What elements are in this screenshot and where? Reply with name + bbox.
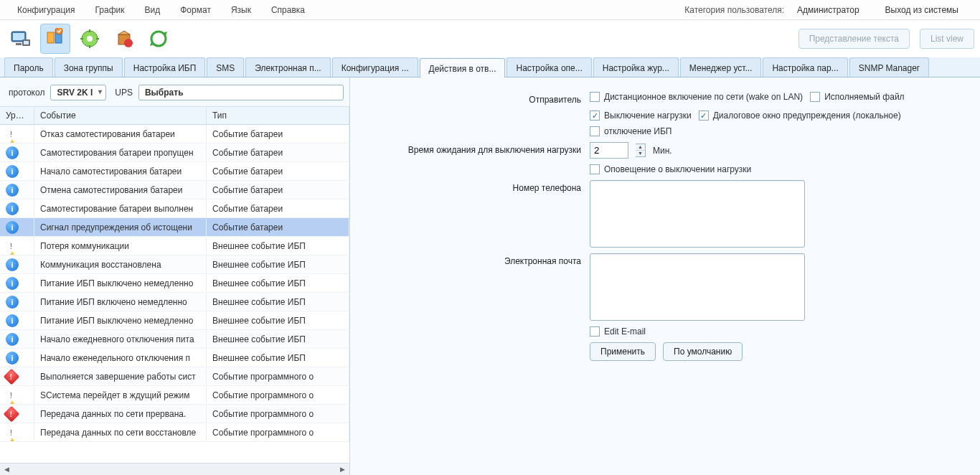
tab-0[interactable]: Пароль [4, 57, 53, 77]
info-icon: i [6, 296, 19, 309]
notify-off-checkbox[interactable]: Оповещение о выключении нагрузки [590, 164, 751, 174]
table-row[interactable]: iПитание ИБП выключено немедленноВнешнее… [0, 274, 349, 293]
menu-format[interactable]: Формат [170, 2, 221, 18]
menu-chart[interactable]: График [85, 2, 135, 18]
phone-textarea[interactable] [590, 180, 805, 248]
menu-help[interactable]: Справка [261, 2, 315, 18]
tab-11[interactable]: SNMP Manager [849, 57, 929, 77]
table-row[interactable]: iСамотестирование батареи выполненСобыти… [0, 199, 349, 218]
tab-4[interactable]: Электронная п... [245, 57, 330, 77]
scroll-right-icon[interactable]: ▶ [337, 466, 348, 473]
user-category-label: Категория пользователя: [684, 5, 784, 15]
warn-dialog-checkbox[interactable]: Диалоговое окно предупреждения (локально… [699, 110, 901, 121]
toolbar-box-icon[interactable] [109, 24, 139, 54]
type-cell: Событие батареи [207, 163, 349, 180]
col-header-type[interactable]: Тип [207, 107, 349, 124]
tab-8[interactable]: Настройка жур... [593, 57, 679, 77]
tab-5[interactable]: Конфигурация ... [332, 57, 418, 77]
toolbar-monitor-icon[interactable] [6, 24, 36, 54]
table-row[interactable]: iНачало еженедельного отключения пВнешне… [0, 349, 349, 367]
tab-9[interactable]: Менеджер уст... [680, 57, 762, 77]
info-icon: i [6, 202, 19, 215]
warning-icon [6, 241, 19, 255]
text-view-button[interactable]: Представление текста [798, 29, 910, 49]
info-icon: i [6, 352, 19, 365]
tab-2[interactable]: Настройка ИБП [124, 57, 206, 77]
table-row[interactable]: iПитание ИБП выключено немедленноВнешнее… [0, 311, 349, 330]
event-cell: Питание ИБП выключено немедленно [34, 275, 207, 292]
wait-input[interactable] [590, 142, 628, 159]
ups-off-checkbox[interactable]: отключение ИБП [590, 126, 672, 136]
toolbar-refresh-icon[interactable] [143, 24, 174, 54]
apply-button[interactable]: Применить [590, 342, 656, 361]
table-row[interactable]: Передача данных по сети восстановлеСобыт… [0, 423, 349, 442]
table-row[interactable]: iНачало ежедневного отключения питаВнешн… [0, 330, 349, 349]
email-textarea[interactable] [590, 253, 805, 321]
menu-view[interactable]: Вид [135, 2, 171, 18]
table-row[interactable]: Отказ самотестирования батареиСобытие ба… [0, 125, 349, 144]
menu-config[interactable]: Конфигурация [7, 2, 85, 18]
event-cell: Передача данных по сети восстановле [34, 424, 207, 441]
table-row[interactable]: !Выполняется завершение работы систСобыт… [0, 367, 349, 386]
type-cell: Событие батареи [207, 182, 349, 199]
error-icon: ! [4, 368, 20, 385]
logout-link[interactable]: Выход из системы [885, 5, 958, 15]
menu-language[interactable]: Язык [221, 2, 261, 18]
type-cell: Событие программного о [207, 405, 349, 423]
toolbar-gear-green-icon[interactable] [75, 24, 105, 54]
event-cell: Питание ИБП выключено немедленно [34, 312, 207, 329]
type-cell: Событие программного о [207, 368, 349, 385]
svg-marker-15 [118, 31, 130, 34]
info-icon: i [6, 314, 19, 327]
tab-7[interactable]: Настройка опе... [507, 57, 591, 77]
table-row[interactable]: iПитание ИБП включено немедленноВнешнее … [0, 293, 349, 311]
event-cell: Сигнал предупреждения об истощени [34, 219, 207, 236]
toolbar-settings-icon[interactable] [40, 24, 70, 54]
scroll-left-icon[interactable]: ◀ [1, 466, 12, 473]
type-cell: Событие программного о [207, 387, 349, 404]
default-button[interactable]: По умолчанию [663, 342, 743, 361]
exec-file-label: Исполняемый файл [824, 92, 905, 102]
toolbar: Представление текста List view [0, 20, 980, 57]
ups-label: UPS [115, 88, 133, 98]
table-row[interactable]: iСигнал предупреждения об истощениСобыти… [0, 218, 349, 237]
table-row[interactable]: Потеря коммуникацииВнешнее событие ИБП [0, 237, 349, 255]
wait-unit: Мин. [653, 146, 672, 156]
svg-rect-2 [16, 43, 22, 45]
table-row[interactable]: iКоммуникация восстановленаВнешнее событ… [0, 255, 349, 274]
sender-label: Отправитель [367, 92, 590, 105]
load-off-checkbox[interactable]: Выключение нагрузки [590, 110, 692, 121]
wake-on-lan-checkbox[interactable]: Дистанционное включение по сети (wake on… [590, 92, 803, 102]
event-cell: SСистема перейдет в ждущий режим [34, 387, 207, 404]
table-row[interactable]: !Передача данных по сети прервана.Событи… [0, 405, 349, 423]
col-header-level[interactable]: Урове [0, 107, 34, 124]
wait-stepper[interactable]: ▲▼ [636, 144, 646, 157]
tab-1[interactable]: Зона группы [55, 57, 123, 77]
event-cell: Передача данных по сети прервана. [34, 405, 207, 423]
type-cell: Событие батареи [207, 200, 349, 217]
table-row[interactable]: SСистема перейдет в ждущий режимСобытие … [0, 386, 349, 405]
horizontal-scrollbar[interactable]: ◀ ▶ [0, 463, 349, 475]
protocol-select[interactable]: SRV 2K I [50, 85, 106, 100]
tab-6[interactable]: Действия в отв... [420, 58, 506, 77]
col-header-event[interactable]: Событие [34, 107, 207, 124]
info-icon: i [6, 221, 19, 234]
edit-email-checkbox[interactable]: Edit E-mail [590, 326, 646, 337]
table-row[interactable]: iНачало самотестирования батареиСобытие … [0, 162, 349, 181]
table-row[interactable]: iОтмена самотестирования батареиСобытие … [0, 181, 349, 199]
svg-rect-1 [13, 33, 24, 40]
tab-3[interactable]: SMS [207, 57, 244, 77]
ups-select[interactable]: Выбрать [138, 85, 344, 100]
event-grid[interactable]: Отказ самотестирования батареиСобытие ба… [0, 125, 349, 463]
list-view-button[interactable]: List view [920, 29, 974, 49]
type-cell: Внешнее событие ИБП [207, 349, 349, 367]
svg-point-16 [124, 39, 133, 47]
tab-10[interactable]: Настройка пар... [763, 57, 847, 77]
user-category-value: Администратор [797, 5, 859, 15]
table-row[interactable]: iСамотестирования батареи пропущенСобыти… [0, 144, 349, 162]
event-cell: Отмена самотестирования батареи [34, 182, 207, 199]
exec-file-checkbox[interactable]: Исполняемый файл [810, 92, 905, 102]
svg-point-7 [55, 28, 62, 34]
phone-label: Номер телефона [367, 180, 590, 193]
svg-rect-4 [24, 41, 29, 44]
